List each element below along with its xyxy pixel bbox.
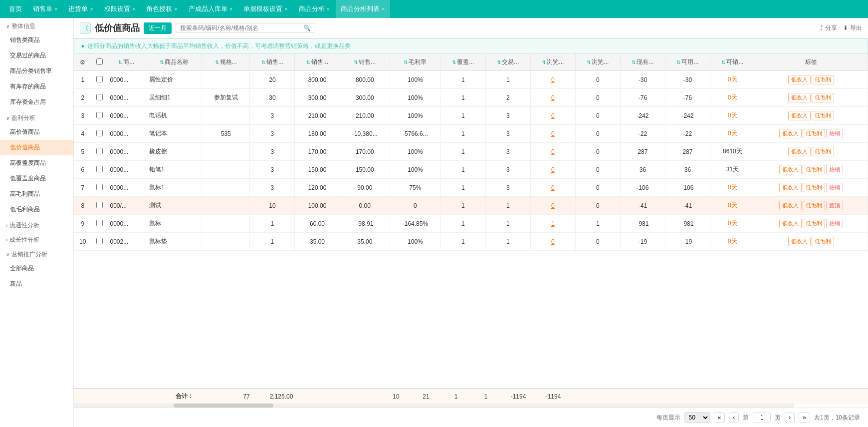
close-icon[interactable]: × <box>327 6 330 12</box>
sellable-days-column-header[interactable]: ⇅可销... <box>710 54 755 71</box>
product-name[interactable]: 鼠标1 <box>146 179 202 197</box>
row-select-checkbox[interactable] <box>96 76 103 82</box>
view-count-link[interactable]: 1 <box>551 220 555 227</box>
row-checkbox[interactable] <box>92 89 107 107</box>
search-icon[interactable]: 🔍 <box>303 24 311 31</box>
available-stock-column-header[interactable]: ⇅可用... <box>665 54 710 71</box>
product-name[interactable]: 橡皮擦 <box>146 143 202 161</box>
close-icon[interactable]: × <box>90 6 93 12</box>
sale-profit-column-header[interactable]: ⇅销售... <box>340 54 390 71</box>
sidebar-group-marketing[interactable]: ∨ 营销推广分析 <box>0 246 73 261</box>
view-count-1[interactable]: 0 <box>530 197 575 215</box>
code-column-header[interactable]: ⇅商... <box>107 54 146 71</box>
nav-purchase-order[interactable]: 进货单 × <box>63 0 98 18</box>
sidebar-group-flow[interactable]: › 流通性分析 <box>0 217 73 232</box>
close-icon[interactable]: × <box>229 6 232 12</box>
product-name[interactable]: 笔记本 <box>146 125 202 143</box>
page-number-input[interactable] <box>753 413 771 423</box>
share-button[interactable]: ⤴ 分享 <box>820 24 837 32</box>
nav-permission[interactable]: 权限设置 × <box>99 0 140 18</box>
select-all-checkbox[interactable] <box>96 58 103 65</box>
close-icon[interactable]: × <box>284 6 287 12</box>
row-checkbox[interactable] <box>92 179 107 197</box>
sidebar-item-low-margin[interactable]: 低毛利商品 <box>0 202 73 217</box>
row-select-checkbox[interactable] <box>96 184 103 190</box>
nav-product-analysis[interactable]: 商品分析 × <box>294 0 335 18</box>
sidebar-group-growth[interactable]: › 成长性分析 <box>0 232 73 246</box>
nav-sales-order[interactable]: 销售单 × <box>28 0 62 18</box>
view2-column-header[interactable]: ⇅浏览... <box>575 54 620 71</box>
sidebar-collapse-button[interactable]: 《 <box>80 22 91 34</box>
sidebar-item-high-value[interactable]: 高价值商品 <box>0 124 73 140</box>
view-count-link[interactable]: 0 <box>551 94 555 101</box>
row-select-checkbox[interactable] <box>96 112 103 118</box>
transaction-column-header[interactable]: ⇅交易... <box>485 54 530 71</box>
view-count-1[interactable]: 0 <box>530 233 575 251</box>
prev-page-button[interactable]: ‹ <box>729 413 739 423</box>
close-icon[interactable]: × <box>54 6 57 12</box>
view-count-1[interactable]: 0 <box>530 71 575 89</box>
view-count-1[interactable]: 1 <box>530 215 575 233</box>
sidebar-item-low-value[interactable]: 低价值商品 <box>0 140 73 155</box>
margin-column-header[interactable]: ⇅毛利率 <box>390 54 441 71</box>
product-name[interactable]: 鼠标垫 <box>146 233 202 251</box>
sale-amount-column-header[interactable]: ⇅销售... <box>295 54 340 71</box>
search-input[interactable] <box>180 24 301 31</box>
product-name[interactable]: 测试 <box>146 197 202 215</box>
sidebar-item-traded-products[interactable]: 交易过的商品 <box>0 48 73 63</box>
view-count-link[interactable]: 0 <box>551 112 555 119</box>
date-filter-button[interactable]: 近一月 <box>144 22 172 34</box>
nav-product-analysis-list[interactable]: 商品分析列表 × <box>336 0 390 18</box>
sidebar-item-high-margin[interactable]: 高毛利商品 <box>0 186 73 202</box>
export-button[interactable]: ⬇ 导出 <box>843 24 862 32</box>
row-checkbox[interactable] <box>92 197 107 215</box>
row-checkbox[interactable] <box>92 143 107 161</box>
view-count-link[interactable]: 0 <box>551 184 555 191</box>
view-count-link[interactable]: 0 <box>551 130 555 137</box>
product-name[interactable]: 铅笔1 <box>146 161 202 179</box>
view-count-link[interactable]: 0 <box>551 148 555 155</box>
sidebar-item-sales-products[interactable]: 销售类商品 <box>0 32 73 48</box>
name-column-header[interactable]: ⇅商品名称 <box>146 54 202 71</box>
close-icon[interactable]: × <box>174 6 177 12</box>
sidebar-item-stock-products[interactable]: 有库存的商品 <box>0 79 73 94</box>
spec-column-header[interactable]: ⇅规格... <box>202 54 250 71</box>
sidebar-item-stock-funds[interactable]: 库存资金占用 <box>0 94 73 110</box>
next-page-button[interactable]: › <box>785 413 795 423</box>
row-checkbox[interactable] <box>92 161 107 179</box>
row-select-checkbox[interactable] <box>96 166 103 172</box>
row-select-checkbox[interactable] <box>96 202 103 208</box>
nav-role-auth[interactable]: 角色授权 × <box>141 0 182 18</box>
page-size-select[interactable]: 50 20 100 <box>684 412 710 423</box>
view-count-link[interactable]: 0 <box>551 76 555 83</box>
coverage-column-header[interactable]: ⇅覆盖... <box>440 54 485 71</box>
view1-column-header[interactable]: ⇅浏览... <box>530 54 575 71</box>
sidebar-group-profit[interactable]: ∨ 盈利分析 <box>0 110 73 124</box>
view-count-1[interactable]: 0 <box>530 161 575 179</box>
sidebar-item-category-sales-rate[interactable]: 商品分类销售率 <box>0 63 73 79</box>
row-select-checkbox[interactable] <box>96 148 103 154</box>
view-count-link[interactable]: 0 <box>551 238 555 245</box>
nav-home[interactable]: 首页 <box>4 0 27 18</box>
row-checkbox[interactable] <box>92 125 107 143</box>
current-stock-column-header[interactable]: ⇅现有... <box>620 54 665 71</box>
row-checkbox[interactable] <box>92 107 107 125</box>
product-name[interactable]: 电话机 <box>146 107 202 125</box>
first-page-button[interactable]: « <box>714 413 725 423</box>
row-select-checkbox[interactable] <box>96 94 103 100</box>
view-count-1[interactable]: 0 <box>530 107 575 125</box>
view-count-link[interactable]: 0 <box>551 202 555 209</box>
settings-column-header[interactable]: ⚙ <box>74 54 92 71</box>
sidebar-item-high-coverage[interactable]: 高覆盖度商品 <box>0 155 73 171</box>
product-name[interactable]: 属性定价 <box>146 71 202 89</box>
sale-qty-column-header[interactable]: ⇅销售... <box>250 54 295 71</box>
row-select-checkbox[interactable] <box>96 130 103 136</box>
sidebar-group-overall[interactable]: ∨ 整体信息 <box>0 18 73 32</box>
sidebar-item-low-coverage[interactable]: 低覆盖度商品 <box>0 171 73 186</box>
close-icon[interactable]: × <box>132 6 135 12</box>
view-count-1[interactable]: 0 <box>530 179 575 197</box>
row-select-checkbox[interactable] <box>96 220 103 226</box>
last-page-button[interactable]: » <box>799 413 810 423</box>
product-name[interactable]: 鼠标 <box>146 215 202 233</box>
nav-template-settings[interactable]: 单据模板设置 × <box>238 0 292 18</box>
